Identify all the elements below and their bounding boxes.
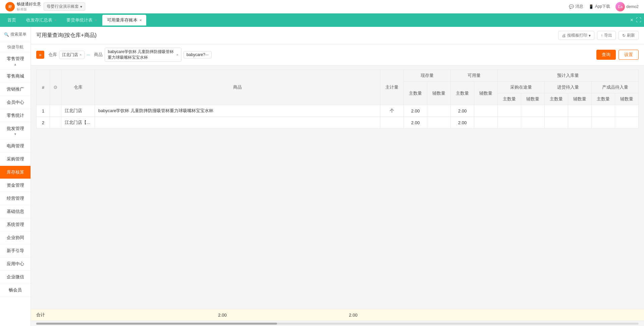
- sidebar-item-apps-label: 应用中心: [7, 261, 24, 267]
- tab-order-close[interactable]: ×: [95, 18, 97, 22]
- summary-bar: 合计 2.00 2.00: [31, 309, 644, 321]
- scroll-bar[interactable]: [31, 321, 644, 326]
- product-tag-close[interactable]: ×: [176, 53, 178, 57]
- brand-logo: 好 畅捷通好生意 标准版: [5, 1, 41, 12]
- cell-production-pending-main: [592, 105, 615, 117]
- scroll-track[interactable]: [36, 323, 639, 325]
- app-download-btn[interactable]: 📱 App下载: [589, 4, 610, 9]
- product-tag-value: babycare学饮杯 儿童防摔防撞吸管杯重力球吸嘴杯宝宝水杯: [108, 49, 175, 60]
- tab-receive[interactable]: 收发存汇总表 ×: [21, 15, 61, 26]
- sidebar-item-wholesale-label: 批发管理: [7, 126, 24, 132]
- refresh-btn[interactable]: ↻ 刷新: [619, 31, 639, 40]
- sidebar-item-enterprise[interactable]: 企业协同: [0, 231, 31, 244]
- print-btn[interactable]: 🖨 按模板打印 ▾: [558, 31, 594, 40]
- user-profile[interactable]: Ea demo2: [615, 2, 639, 11]
- col-product-header: 商品: [95, 70, 380, 105]
- sidebar-item-member[interactable]: 会员中心: [0, 96, 31, 109]
- tab-receive-label: 收发存汇总表: [26, 17, 52, 23]
- warehouse-filter: 仓库 江北门店 × ···: [48, 51, 90, 59]
- page-header: 可用量查询(按仓库+商品) 🖨 按模板打印 ▾ ↑ 导出 ↻ 刷新: [31, 27, 644, 44]
- warehouse-more-btn[interactable]: ···: [87, 52, 90, 57]
- warehouse-tag-close[interactable]: ×: [79, 53, 82, 57]
- col-purchase-transit-header: 采购在途量: [498, 82, 545, 93]
- sidebar-item-wechat[interactable]: 企业微信: [0, 271, 31, 284]
- warehouse-label: 仓库: [48, 52, 57, 58]
- main-layout: 🔍 搜索菜单 快捷导航 零售管理 ▲ 零售商城 营销推广 会员中心 零售统计: [0, 27, 644, 326]
- tab-available-label: 可用量库存账本: [107, 17, 138, 23]
- sidebar-item-ecommerce[interactable]: 电商管理: [0, 140, 31, 153]
- tab-available[interactable]: 可用量库存账本 ×: [102, 15, 146, 26]
- tab-receive-close[interactable]: ×: [54, 18, 56, 22]
- sidebar-item-retail[interactable]: 零售管理 ▲: [0, 52, 31, 70]
- search-menu-btn[interactable]: 🔍 搜索菜单: [3, 30, 28, 39]
- col-purchase-pending-sub-header: 辅数量: [568, 93, 592, 105]
- cell-available-sub-qty: [474, 105, 498, 117]
- cell-purchase-pending-main: [545, 117, 568, 129]
- cell-available-main-qty: 2.00: [451, 105, 474, 117]
- sidebar-item-vip-label: 畅会员: [9, 287, 22, 293]
- sidebar-item-inventory-label: 库存核算: [7, 169, 24, 175]
- tab-home[interactable]: 首页: [3, 15, 21, 26]
- product-tag2[interactable]: babycare?···: [183, 51, 212, 58]
- refresh-label: 刷新: [627, 33, 635, 38]
- col-planned-inbound-header: 预计入库量: [498, 70, 639, 82]
- scroll-thumb[interactable]: [36, 323, 277, 325]
- sidebar-item-vip[interactable]: 畅会员: [0, 284, 31, 297]
- sidebar-item-purchase-label: 采购管理: [7, 156, 24, 162]
- sidebar-item-apps[interactable]: 应用中心: [0, 258, 31, 271]
- chevron-down-icon-wholesale: ▼: [14, 132, 17, 136]
- sidebar-item-marketing[interactable]: 营销推广: [0, 83, 31, 96]
- sidebar-item-wechat-label: 企业微信: [7, 274, 24, 280]
- product-tag[interactable]: babycare学饮杯 儿童防摔防撞吸管杯重力球吸嘴杯宝宝水杯 ×: [105, 48, 181, 62]
- sidebar-item-purchase[interactable]: 采购管理: [0, 153, 31, 166]
- export-btn[interactable]: ↑ 导出: [597, 31, 616, 40]
- tab-order[interactable]: 要货单统计表 ×: [62, 15, 101, 26]
- settings-btn[interactable]: 设置: [619, 50, 639, 60]
- sidebar-item-wholesale[interactable]: 批发管理 ▼: [0, 122, 31, 140]
- cell-production-pending-sub: [615, 105, 639, 117]
- sidebar-item-retail-shop[interactable]: 零售商城: [0, 70, 31, 83]
- search-menu-label: 搜索菜单: [10, 32, 26, 37]
- cell-production-pending-main: [592, 117, 615, 129]
- cell-purchase-transit-sub: [521, 105, 545, 117]
- fullscreen-btn[interactable]: ⛶: [636, 17, 641, 23]
- tab-order-label: 要货单统计表: [66, 17, 93, 23]
- close-all-btn[interactable]: ×: [630, 17, 633, 23]
- quick-nav-btn[interactable]: 快捷导航: [0, 42, 31, 52]
- refresh-icon: ↻: [622, 33, 626, 38]
- sidebar-item-retail-shop-label: 零售商城: [7, 73, 24, 79]
- sidebar-item-basic[interactable]: 基础信息: [0, 205, 31, 218]
- sidebar-item-newbie-label: 新手引导: [7, 248, 24, 254]
- sidebar: 🔍 搜索菜单 快捷导航 零售管理 ▲ 零售商城 营销推广 会员中心 零售统计: [0, 27, 31, 326]
- sidebar-item-retail-stat[interactable]: 零售统计: [0, 109, 31, 122]
- expand-icon: »: [39, 52, 42, 57]
- username: demo2: [626, 4, 639, 9]
- settings-gear-icon[interactable]: ⚙: [53, 85, 58, 90]
- col-settings-header[interactable]: ⚙: [50, 70, 61, 105]
- sidebar-item-inventory[interactable]: 库存核算: [0, 166, 31, 179]
- filter-expand-btn[interactable]: »: [36, 51, 44, 59]
- chevron-down-print-icon: ▾: [589, 33, 591, 38]
- tab-available-close[interactable]: ×: [140, 18, 142, 22]
- top-bar-left: 好 畅捷通好生意 标准版 母婴行业演示账套 ▾: [5, 1, 85, 12]
- industry-selector[interactable]: 母婴行业演示账套 ▾: [44, 2, 85, 11]
- chevron-up-icon: ▲: [14, 62, 17, 66]
- sidebar-item-system[interactable]: 系统管理: [0, 218, 31, 231]
- product-label: 商品: [94, 52, 103, 58]
- search-icon: 🔍: [4, 32, 9, 37]
- warehouse-tag[interactable]: 江北门店 ×: [59, 51, 85, 59]
- brand-name-area: 畅捷通好生意 标准版: [17, 1, 41, 12]
- app-download-label: App下载: [595, 4, 610, 9]
- cell-main-unit: [380, 117, 404, 129]
- query-btn[interactable]: 查询: [596, 50, 616, 60]
- tab-home-label: 首页: [7, 17, 16, 23]
- sidebar-item-finance[interactable]: 资金管理: [0, 179, 31, 192]
- sidebar-item-basic-label: 基础信息: [7, 208, 24, 215]
- message-btn[interactable]: 💬 消息: [569, 4, 583, 9]
- summary-current-main-qty: 2.00: [218, 313, 226, 318]
- col-production-pending-sub-header: 辅数量: [615, 93, 639, 105]
- col-purchase-transit-sub-header: 辅数量: [521, 93, 545, 105]
- cell-purchase-transit-sub: [521, 117, 545, 129]
- sidebar-item-operations[interactable]: 经营管理: [0, 192, 31, 205]
- sidebar-item-newbie[interactable]: 新手引导: [0, 244, 31, 258]
